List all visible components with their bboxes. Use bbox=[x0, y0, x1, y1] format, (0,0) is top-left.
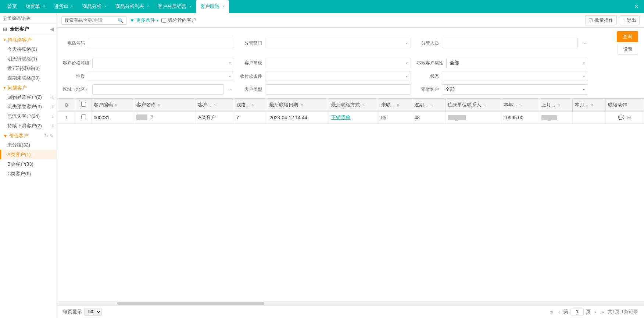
row-name: ██ ？ bbox=[134, 112, 196, 124]
nav-sales-order[interactable]: 销货单 × bbox=[21, 0, 50, 13]
problem-section-title[interactable]: ▼ 问题客户 bbox=[0, 83, 57, 92]
first-page-btn[interactable]: « bbox=[549, 308, 555, 315]
th-action: 联络动作 bbox=[606, 99, 644, 112]
retail-customer-select[interactable]: 全部 ▾ bbox=[442, 84, 588, 95]
sidebar-a-class[interactable]: A类客户(1) bbox=[0, 150, 57, 159]
prev-page-btn[interactable]: ‹ bbox=[557, 308, 561, 315]
my-customers-check[interactable] bbox=[161, 18, 166, 23]
sort-icon-type[interactable]: ⇅ bbox=[214, 103, 217, 107]
sort-icon-lastmo[interactable]: ⇅ bbox=[557, 103, 560, 107]
customer-type-input[interactable] bbox=[265, 84, 411, 95]
staff-dots-btn[interactable]: ··· bbox=[581, 40, 588, 46]
qr-icon[interactable]: ⊞ bbox=[627, 114, 632, 120]
sidebar-churn-warning[interactable]: 流失预警客户(3) ℹ bbox=[0, 102, 57, 112]
nav-product-analysis-list-close[interactable]: × bbox=[147, 0, 149, 13]
more-conditions-btn[interactable]: ▼ 更多条件 ▾ bbox=[130, 17, 158, 24]
th-check[interactable] bbox=[76, 99, 91, 112]
sidebar-continuous-decline[interactable]: 持续下滑客户(2) ℹ bbox=[0, 121, 57, 131]
retail-attr-select[interactable]: 全部 ▾ bbox=[446, 58, 588, 68]
contact-method-link[interactable]: 下销货单 bbox=[331, 114, 350, 120]
row-this-month bbox=[572, 112, 606, 124]
sidebar-search-container: 🔍 bbox=[0, 13, 57, 24]
page-number-input[interactable] bbox=[570, 308, 584, 315]
dept-select[interactable]: ▾ bbox=[265, 38, 411, 48]
nav-purchase-order-close[interactable]: × bbox=[71, 0, 74, 13]
payment-select[interactable]: ▾ bbox=[265, 71, 411, 81]
total-records: 共1页 1条记录 bbox=[608, 308, 638, 315]
region-input[interactable] bbox=[92, 84, 224, 95]
my-customers-checkbox[interactable]: 我分管的客户 bbox=[161, 17, 196, 24]
page-nav-container: « ‹ 第 页 › » 共1页 1条记录 bbox=[549, 308, 638, 315]
filter-search-input[interactable] bbox=[65, 18, 116, 23]
sort-icon-nocontact[interactable]: ⇅ bbox=[397, 103, 400, 107]
staff-input[interactable] bbox=[442, 38, 578, 48]
nav-home[interactable]: 首页 bbox=[3, 0, 21, 13]
next-page-btn[interactable]: › bbox=[593, 308, 597, 315]
nav-customer-tier-close[interactable]: × bbox=[189, 0, 192, 13]
sort-icon-date[interactable]: ⇅ bbox=[300, 103, 303, 107]
sidebar-collapse-icon[interactable]: ◀ bbox=[50, 26, 54, 32]
filter-cell-payment: 收付款条件 ▾ bbox=[240, 71, 417, 81]
price-level-select[interactable]: ▾ bbox=[92, 58, 234, 68]
filter-cell-retail-attr: 零散客户属性 全部 ▾ bbox=[417, 58, 594, 68]
nav-product-analysis-list[interactable]: 商品分析列表 × bbox=[111, 0, 154, 13]
refresh-icon[interactable]: ↻ bbox=[44, 133, 48, 139]
settings-btn[interactable]: 设置 bbox=[618, 44, 638, 55]
page-size-select[interactable]: 50 bbox=[84, 308, 102, 316]
sort-icon-method[interactable]: ⇅ bbox=[362, 103, 365, 107]
nav-customer-tier[interactable]: 客户分层经营 × bbox=[153, 0, 196, 13]
sort-icon-thisyr[interactable]: ⇅ bbox=[519, 103, 522, 107]
scroll-thumb[interactable] bbox=[117, 302, 264, 305]
filter-search-icon[interactable]: 🔍 bbox=[118, 18, 124, 23]
sidebar-tomorrow-pending[interactable]: 明天待联络(1) bbox=[0, 54, 57, 64]
sort-icon-overdue[interactable]: ⇅ bbox=[430, 103, 433, 107]
filter-cell-customer-level: 客户等级 ▾ bbox=[240, 58, 417, 68]
row-check[interactable] bbox=[76, 112, 91, 124]
row-checkbox[interactable] bbox=[81, 114, 86, 119]
sidebar-repurchase-abnormal[interactable]: 回购异常客户(2) ℹ bbox=[0, 92, 57, 102]
sidebar-search-input[interactable] bbox=[3, 16, 57, 21]
nav-sales-order-close[interactable]: × bbox=[43, 0, 45, 13]
row-this-year: 10995.00 bbox=[501, 112, 539, 124]
status-select[interactable]: ▾ bbox=[442, 71, 588, 81]
sort-icon-thismon[interactable]: ⇅ bbox=[590, 103, 593, 107]
row-contact-count: 7 bbox=[234, 112, 267, 124]
query-btn[interactable]: 查询 bbox=[617, 31, 638, 42]
content-area: 🔍 ▼ 更多条件 ▾ 我分管的客户 ☑ 批量操作 ↑ 导出 bbox=[57, 13, 644, 318]
sort-icon-prev[interactable]: ⇅ bbox=[483, 103, 486, 107]
sidebar-c-class[interactable]: C类客户(6) bbox=[0, 169, 57, 179]
sidebar-today-pending[interactable]: 今天待联络(0) bbox=[0, 45, 57, 54]
sort-icon-code[interactable]: ⇅ bbox=[115, 103, 118, 107]
nav-purchase-order[interactable]: 进货单 × bbox=[50, 0, 78, 13]
sidebar-ungrouped[interactable]: 未分组(32) bbox=[0, 140, 57, 150]
chat-icon[interactable]: 💬 bbox=[618, 114, 624, 120]
sidebar-overdue-pending[interactable]: 逾期未联络(30) bbox=[0, 73, 57, 83]
customer-table: ⚙ 客户编码 ⇅ 客户名称 ⇅ 客户... ⇅ bbox=[57, 99, 644, 124]
phone-input[interactable] bbox=[88, 38, 234, 48]
sidebar-b-class[interactable]: B类客户(33) bbox=[0, 159, 57, 169]
last-page-btn[interactable]: » bbox=[600, 308, 605, 315]
nav-customer-contact[interactable]: 客户联络 × bbox=[196, 0, 229, 13]
nature-select[interactable]: ▾ bbox=[88, 71, 234, 81]
pending-section-title[interactable]: ▼ 待联络客户 bbox=[0, 35, 57, 45]
window-close-button[interactable]: × bbox=[632, 3, 641, 10]
value-section-title[interactable]: ▼ 价值客户 ↻ ✎ bbox=[0, 131, 57, 140]
sort-icon-contact[interactable]: ⇅ bbox=[252, 103, 255, 107]
row-code: 000031 bbox=[91, 112, 134, 124]
batch-op-btn[interactable]: ☑ 批量操作 bbox=[585, 15, 617, 25]
pagination: 每页显示 50 « ‹ 第 页 › » 共1页 1条记录 bbox=[57, 305, 644, 318]
nav-customer-contact-close[interactable]: × bbox=[222, 0, 225, 13]
export-btn[interactable]: ↑ 导出 bbox=[620, 15, 640, 25]
nav-product-analysis-close[interactable]: × bbox=[104, 0, 107, 13]
select-all-checkbox[interactable] bbox=[81, 102, 86, 107]
th-gear[interactable]: ⚙ bbox=[57, 99, 76, 112]
region-dots-btn[interactable]: ··· bbox=[227, 86, 234, 92]
sort-icon-name[interactable]: ⇅ bbox=[158, 103, 161, 107]
customer-level-select[interactable]: ▾ bbox=[265, 58, 411, 68]
sidebar-churned[interactable]: 已流失客户(24) ℹ bbox=[0, 112, 57, 121]
filter-search-container: 🔍 bbox=[61, 16, 127, 25]
edit-icon[interactable]: ✎ bbox=[50, 133, 54, 139]
nav-product-analysis[interactable]: 商品分析 × bbox=[78, 0, 111, 13]
horizontal-scrollbar[interactable] bbox=[57, 301, 644, 305]
sidebar-7days-pending[interactable]: 近7天待联络(0) bbox=[0, 64, 57, 73]
